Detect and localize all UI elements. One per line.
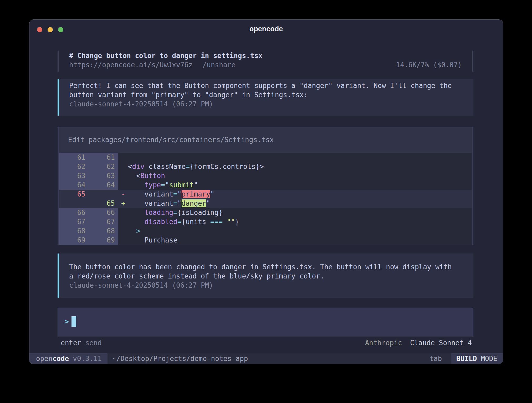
edit-tool-title: Edit packages/frontend/src/containers/Se… bbox=[59, 127, 472, 153]
diff-marker: + bbox=[118, 199, 128, 208]
old-line-number bbox=[59, 199, 89, 208]
code-line: disabled={units === ""} bbox=[128, 217, 472, 226]
code-line: variant="danger" bbox=[128, 199, 472, 208]
session-title: # Change button color to danger in setti… bbox=[69, 51, 472, 60]
diff-marker bbox=[118, 226, 128, 236]
diff-row: 6161 bbox=[59, 153, 472, 162]
send-action-hint: send bbox=[85, 339, 102, 347]
assistant-message: Perfect! I can see that the Button compo… bbox=[58, 79, 473, 116]
diff-marker bbox=[118, 208, 128, 217]
message-text: Perfect! I can see that the Button compo… bbox=[69, 81, 463, 100]
diff-row: 6464 type="submit" bbox=[59, 180, 472, 190]
app-version: v0.3.11 bbox=[73, 355, 102, 363]
diff-marker bbox=[118, 236, 128, 245]
token-stats: 14.6K/7% ($0.07) bbox=[396, 60, 472, 70]
window-title: opencode bbox=[29, 20, 503, 38]
new-line-number: 63 bbox=[89, 171, 118, 180]
new-line-number: 68 bbox=[89, 226, 118, 236]
new-line-number bbox=[89, 190, 118, 199]
diff-marker bbox=[118, 171, 128, 180]
old-line-number: 62 bbox=[59, 162, 89, 171]
old-line-number: 64 bbox=[59, 180, 89, 190]
provider-label: Anthropic bbox=[365, 339, 402, 347]
assistant-message: The button color has been changed to dan… bbox=[58, 254, 473, 298]
old-line-number: 68 bbox=[59, 226, 89, 236]
old-line-number: 66 bbox=[59, 208, 89, 217]
prompt-input[interactable]: > bbox=[58, 308, 473, 337]
code-line: <div className={formCs.controls}> bbox=[128, 162, 472, 171]
new-line-number: 67 bbox=[89, 217, 118, 226]
old-line-number: 69 bbox=[59, 236, 89, 245]
diff-row: 6767 disabled={units === ""} bbox=[59, 217, 472, 226]
diff-row: 6262<div className={formCs.controls}> bbox=[59, 162, 472, 171]
new-line-number: 61 bbox=[89, 153, 118, 162]
code-line: type="submit" bbox=[128, 180, 472, 190]
opencode-window: opencode # Change button color to danger… bbox=[29, 19, 503, 364]
mode-name: BUILD bbox=[456, 355, 477, 363]
new-line-number: 65 bbox=[89, 199, 118, 208]
tab-key-hint: tab bbox=[429, 355, 442, 363]
code-line: <Button bbox=[128, 171, 472, 180]
app-name-code: code bbox=[53, 355, 69, 363]
model-timestamp: claude-sonnet-4-20250514 (06:27 PM) bbox=[69, 281, 463, 290]
diff-row: 65- variant="primary" bbox=[59, 190, 472, 199]
new-line-number: 62 bbox=[89, 162, 118, 171]
new-line-number: 66 bbox=[89, 208, 118, 217]
message-text: The button color has been changed to dan… bbox=[69, 262, 463, 281]
message-line: Perfect! I can see that the Button compo… bbox=[69, 81, 463, 90]
app-version-segment: opencode v0.3.11 bbox=[29, 353, 108, 364]
code-line: > bbox=[128, 226, 472, 236]
prompt-symbol: > bbox=[65, 316, 69, 327]
edit-tool-block: Edit packages/frontend/src/containers/Se… bbox=[58, 127, 473, 245]
diff-marker bbox=[118, 162, 128, 171]
diff-row: 65+ variant="danger" bbox=[59, 199, 472, 208]
status-bar: opencode v0.3.11 ~/Desktop/Projects/demo… bbox=[29, 353, 503, 364]
new-line-number: 69 bbox=[89, 236, 118, 245]
share-url: https://opencode.ai/s/UwJxv76z bbox=[69, 60, 193, 70]
session-header: # Change button color to danger in setti… bbox=[58, 51, 473, 72]
diff-marker bbox=[118, 180, 128, 190]
diff-row: 6969 Purchase bbox=[59, 236, 472, 245]
mode-segment: BUILD MODE bbox=[451, 353, 503, 364]
unshare-command: /unshare bbox=[203, 60, 236, 70]
old-line-number: 65 bbox=[59, 190, 89, 199]
old-line-number: 63 bbox=[59, 171, 89, 180]
window-titlebar: opencode bbox=[29, 20, 503, 38]
app-name-open: open bbox=[36, 355, 53, 363]
new-line-number: 64 bbox=[89, 180, 118, 190]
diff-row: 6363 <Button bbox=[59, 171, 472, 180]
message-line: button variant from "primary" to "danger… bbox=[69, 90, 463, 100]
working-directory: ~/Desktop/Projects/demo-notes-app bbox=[112, 355, 248, 363]
code-line: variant="primary" bbox=[128, 190, 472, 199]
code-line: Purchase bbox=[128, 236, 472, 245]
diff-rows: 61616262<div className={formCs.controls}… bbox=[59, 153, 472, 245]
message-line: a red/rose color scheme instead of the b… bbox=[69, 272, 463, 281]
old-line-number: 67 bbox=[59, 217, 89, 226]
diff-marker: - bbox=[118, 190, 128, 199]
diff-row: 6666 loading={isLoading} bbox=[59, 208, 472, 217]
message-line: The button color has been changed to dan… bbox=[69, 262, 463, 272]
code-line bbox=[128, 153, 472, 162]
diff-row: 6868 > bbox=[59, 226, 472, 236]
diff-marker bbox=[118, 217, 128, 226]
text-cursor bbox=[71, 316, 76, 327]
code-line: loading={isLoading} bbox=[128, 208, 472, 217]
model-label: Claude Sonnet 4 bbox=[410, 339, 472, 347]
enter-key-hint: enter bbox=[61, 339, 81, 347]
diff-marker bbox=[118, 153, 128, 162]
model-timestamp: claude-sonnet-4-20250514 (06:27 PM) bbox=[69, 100, 463, 109]
mode-suffix: MODE bbox=[481, 355, 497, 363]
old-line-number: 61 bbox=[59, 153, 89, 162]
keybind-hints: enter send Anthropic Claude Sonnet 4 bbox=[58, 338, 473, 347]
